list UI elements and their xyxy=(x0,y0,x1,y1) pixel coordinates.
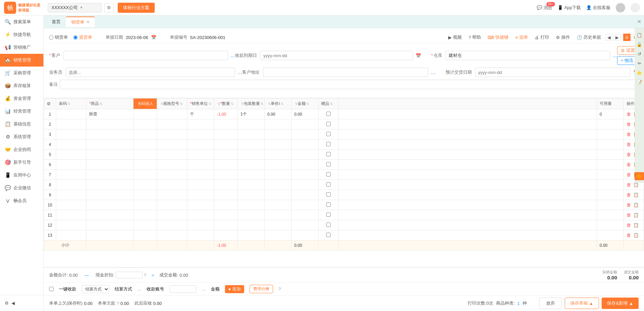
rp-btn-bottom[interactable]: 🟠 xyxy=(635,172,644,180)
gift-checkbox-6[interactable] xyxy=(326,172,331,177)
help-btn[interactable]: ? 帮助 xyxy=(466,34,483,41)
select-order-btn[interactable]: ≡ 选单 xyxy=(513,34,530,41)
gift-checkbox-10[interactable] xyxy=(326,212,331,217)
tab-sales-order[interactable]: 销货单 ✕ xyxy=(66,16,95,27)
row-spec-7[interactable] xyxy=(157,180,187,190)
rp-btn-4[interactable]: ✏ xyxy=(635,59,643,67)
delete-icon-10[interactable]: 🗑 xyxy=(627,212,631,218)
sidebar-item-purchase[interactable]: 🛒 采购管理 xyxy=(0,67,43,79)
row-remark-9[interactable] xyxy=(339,200,597,210)
row-qty-3[interactable] xyxy=(214,140,238,150)
gift-checkbox-4[interactable] xyxy=(326,152,331,156)
row-remark-10[interactable] xyxy=(339,210,597,220)
row-qty-8[interactable] xyxy=(214,190,238,200)
due-date-input[interactable] xyxy=(260,51,413,60)
sidebar-item-quick-nav[interactable]: ⚡ 快捷导航 xyxy=(0,28,43,41)
gift-checkbox-7[interactable] xyxy=(326,182,331,187)
row-price-4[interactable] xyxy=(265,150,292,160)
rp-btn-6[interactable]: 📝 xyxy=(635,78,643,86)
online-service-button[interactable]: 👤 在线客服 xyxy=(586,5,610,11)
calc-method-dots[interactable]: ... xyxy=(138,286,141,291)
row-price-12[interactable] xyxy=(265,230,292,240)
row-pkg-qty-3[interactable] xyxy=(238,140,265,150)
row-gift-9[interactable] xyxy=(318,200,339,210)
prev-arrow[interactable]: ◀ xyxy=(606,34,612,41)
radio-return-order[interactable]: 退货单 xyxy=(73,34,92,40)
row-barcode-9[interactable] xyxy=(56,200,86,210)
row-gift-6[interactable] xyxy=(318,170,339,180)
notes-input[interactable] xyxy=(60,80,639,89)
delete-icon-1[interactable]: 🗑 xyxy=(627,122,631,127)
row-barcode-2[interactable] xyxy=(56,129,86,140)
row-pkg-qty-4[interactable] xyxy=(238,150,265,160)
account-dots[interactable]: ... xyxy=(202,286,205,291)
row-amount-9[interactable] xyxy=(292,200,318,210)
sidebar-item-finance[interactable]: 💰 资金管理 xyxy=(0,92,43,105)
row-spec-12[interactable] xyxy=(157,230,187,240)
row-price-10[interactable] xyxy=(265,210,292,220)
copy-icon-7[interactable]: 📋 xyxy=(633,182,639,187)
row-barcode-6[interactable] xyxy=(56,170,86,180)
th-scan[interactable]: 扫码录入 xyxy=(134,99,157,109)
row-pkg-qty-5[interactable] xyxy=(238,160,265,170)
row-amount-11[interactable] xyxy=(292,220,318,230)
row-unit-2[interactable] xyxy=(187,129,214,140)
row-goods-11[interactable] xyxy=(86,220,134,230)
row-amount-1[interactable] xyxy=(292,119,318,129)
delete-icon-5[interactable]: 🗑 xyxy=(627,162,631,167)
sidebar-item-apps[interactable]: 📱 应用中心 xyxy=(0,169,43,182)
row-unit-9[interactable] xyxy=(187,200,214,210)
row-barcode-12[interactable] xyxy=(56,230,86,240)
row-price-9[interactable] xyxy=(265,200,292,210)
calc-method-select[interactable]: 结算方式 xyxy=(82,285,109,293)
row-unit-3[interactable] xyxy=(187,140,214,150)
row-remark-8[interactable] xyxy=(339,190,597,200)
expense-split-button[interactable]: 费用分摊 xyxy=(250,285,273,293)
copy-icon-12[interactable]: 📋 xyxy=(633,233,639,238)
row-goods-7[interactable] xyxy=(86,180,134,190)
row-amount-3[interactable] xyxy=(292,140,318,150)
gift-checkbox-0[interactable] xyxy=(326,112,331,116)
row-spec-6[interactable] xyxy=(157,170,187,180)
row-pkg-qty-7[interactable] xyxy=(238,180,265,190)
row-barcode-3[interactable] xyxy=(56,140,86,150)
copy-icon-11[interactable]: 📋 xyxy=(633,223,639,228)
row-amount-0[interactable]: 0.00 xyxy=(292,109,318,119)
radio-input-sales[interactable] xyxy=(49,35,53,40)
row-gift-8[interactable] xyxy=(318,190,339,200)
operation-btn[interactable]: ⚙ 操作 xyxy=(554,34,572,41)
account-input[interactable] xyxy=(169,285,196,293)
row-qty-7[interactable] xyxy=(214,180,238,190)
row-unit-1[interactable] xyxy=(187,119,214,129)
th-settings[interactable]: ⚙ xyxy=(44,99,56,109)
row-qty-6[interactable] xyxy=(214,170,238,180)
row-qty-0[interactable]: -1.00 xyxy=(214,109,238,119)
radio-sales-order[interactable]: 销货单 xyxy=(49,34,68,40)
sidebar-item-guide[interactable]: 🎯 新手引导 xyxy=(0,156,43,169)
row-price-6[interactable] xyxy=(265,170,292,180)
row-goods-4[interactable] xyxy=(86,150,134,160)
row-spec-4[interactable] xyxy=(157,150,187,160)
row-unit-0[interactable]: 个 xyxy=(187,109,214,119)
app-download-button[interactable]: 📱 App下载 xyxy=(558,5,581,11)
radio-input-return[interactable] xyxy=(73,35,78,40)
row-amount-8[interactable] xyxy=(292,190,318,200)
print-btn[interactable]: 🖨 打印 xyxy=(533,34,551,41)
sidebar-item-system[interactable]: ⚙ 系统管理 xyxy=(0,130,43,143)
view-btn-list[interactable]: ☰ xyxy=(623,34,631,41)
delete-icon-2[interactable]: 🗑 xyxy=(627,132,631,137)
row-pkg-qty-9[interactable] xyxy=(238,200,265,210)
video-btn[interactable]: ▶ 视频 xyxy=(446,34,464,41)
row-spec-9[interactable] xyxy=(157,200,187,210)
sidebar-item-search[interactable]: 🔍 搜索菜单 xyxy=(0,15,43,28)
row-remark-7[interactable] xyxy=(339,180,597,190)
row-unit-10[interactable] xyxy=(187,210,214,220)
gift-checkbox-2[interactable] xyxy=(326,132,331,136)
row-price-8[interactable] xyxy=(265,190,292,200)
row-qty-5[interactable] xyxy=(214,160,238,170)
row-price-2[interactable] xyxy=(265,129,292,140)
delete-icon-7[interactable]: 🗑 xyxy=(627,182,631,187)
add-payment-button[interactable]: ● 添加 xyxy=(225,285,244,293)
row-amount-2[interactable] xyxy=(292,129,318,140)
row-remark-1[interactable] xyxy=(339,119,597,129)
